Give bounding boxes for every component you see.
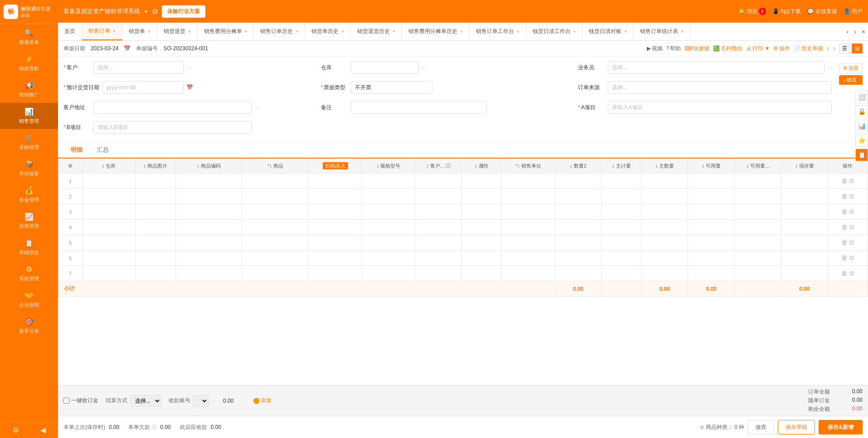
- row-unit-4[interactable]: [502, 235, 555, 250]
- tab-item-11[interactable]: 钱货日清对账×: [582, 23, 634, 40]
- row-attr-6[interactable]: [462, 266, 502, 281]
- edge-btn-1[interactable]: ⬜: [855, 91, 868, 103]
- edge-btn-4[interactable]: ⭐: [855, 134, 868, 147]
- payment-select[interactable]: [130, 395, 161, 407]
- save-draft-btn[interactable]: 保存草稿: [778, 420, 815, 434]
- tab-close-12[interactable]: ×: [681, 29, 684, 34]
- sidebar-item-5[interactable]: 📦库存核算: [0, 155, 58, 182]
- tab-prev-btn[interactable]: ‹: [844, 28, 851, 35]
- profit-btn[interactable]: 💹 毛利预估: [713, 45, 742, 53]
- row-product-4[interactable]: [242, 235, 309, 250]
- row-product-5[interactable]: [242, 250, 309, 266]
- sidebar-item-11[interactable]: 🎯新手引导: [0, 313, 58, 339]
- online-support-btn[interactable]: 💬 在线客服: [807, 8, 837, 15]
- row-code-5[interactable]: [175, 250, 242, 266]
- tab-more-btn[interactable]: ×: [859, 28, 868, 35]
- inner-tab-1[interactable]: 汇总: [90, 142, 116, 158]
- warehouse-more-btn[interactable]: ···: [422, 64, 426, 71]
- row-unit-5[interactable]: [502, 250, 555, 266]
- tab-item-12[interactable]: 销售订单统计表×: [634, 23, 690, 40]
- grid-view-btn[interactable]: ⊞: [852, 43, 863, 53]
- row-qty2-2[interactable]: [555, 204, 601, 220]
- warehouse-input[interactable]: 成品库: [351, 61, 419, 74]
- row-delete-1[interactable]: 🗑: [841, 193, 848, 200]
- customer-more-btn[interactable]: ···: [187, 64, 191, 71]
- add-payment-btn[interactable]: 🟠 添加: [253, 397, 272, 404]
- message-btn[interactable]: 🔔 消息 9: [738, 8, 766, 15]
- row-warehouse-2[interactable]: [82, 204, 136, 220]
- row-code-1[interactable]: [175, 189, 242, 204]
- row-warehouse-5[interactable]: [82, 250, 136, 266]
- row-spec-6[interactable]: [362, 266, 415, 281]
- calendar-icon[interactable]: 📅: [124, 45, 131, 52]
- row-qty2-0[interactable]: [555, 173, 601, 189]
- row-unit-3[interactable]: [502, 220, 555, 235]
- row-main-qty-2[interactable]: [641, 204, 688, 220]
- row-spec-5[interactable]: [362, 250, 415, 266]
- tab-close-10[interactable]: ×: [573, 29, 576, 34]
- sidebar-item-9[interactable]: ⚙系统管理: [0, 260, 58, 287]
- row-customer-5[interactable]: [415, 250, 462, 266]
- row-warehouse-6[interactable]: [82, 266, 136, 281]
- tab-item-5[interactable]: 销售订单历史×: [254, 23, 305, 40]
- row-qty2-1[interactable]: [555, 189, 601, 204]
- row-customer-2[interactable]: [415, 204, 462, 220]
- row-product-3[interactable]: [242, 220, 309, 235]
- operation-btn[interactable]: ⚙ 操作: [773, 45, 790, 53]
- invoice-select[interactable]: 不开票: [351, 81, 432, 94]
- a-project-input[interactable]: [608, 101, 832, 114]
- tab-item-8[interactable]: 销售费用分摊单历史×: [402, 23, 470, 40]
- row-product-2[interactable]: [242, 204, 309, 220]
- row-copy-0[interactable]: ⧉: [849, 177, 854, 185]
- row-code-4[interactable]: [175, 235, 242, 250]
- list-view-btn[interactable]: ☰: [839, 43, 850, 53]
- row-warehouse-0[interactable]: [82, 173, 136, 189]
- row-copy-2[interactable]: ⧉: [849, 208, 854, 216]
- settings-btn[interactable]: ⚙ 设置: [839, 63, 863, 73]
- row-main-qty-4[interactable]: [641, 235, 688, 250]
- sidebar-item-7[interactable]: 📈经营管理: [0, 208, 58, 234]
- header-settings-icon[interactable]: ⚙: [152, 7, 158, 16]
- order-source-input[interactable]: [608, 81, 832, 94]
- customer-input[interactable]: [93, 61, 184, 74]
- row-warehouse-4[interactable]: [82, 235, 136, 250]
- tab-item-10[interactable]: 钱货日清工作台×: [526, 23, 583, 40]
- one-click-checkbox[interactable]: 一键收订金: [63, 397, 98, 404]
- shortcut-btn[interactable]: ⌨ 快捷键: [684, 45, 709, 53]
- next-record-btn[interactable]: ›: [833, 44, 835, 53]
- view-btn[interactable]: ▶ 视频: [647, 45, 663, 53]
- row-qty2-4[interactable]: [555, 235, 601, 250]
- row-qty2-5[interactable]: [555, 250, 601, 266]
- sidebar-item-10[interactable]: 🤝企业协同: [0, 287, 58, 313]
- tab-close-1[interactable]: ×: [113, 29, 116, 34]
- tab-item-6[interactable]: 销货单历史×: [305, 23, 351, 40]
- sidebar-item-8[interactable]: 📋基础信息: [0, 234, 58, 260]
- row-customer-1[interactable]: [415, 189, 462, 204]
- row-qty2-3[interactable]: [555, 220, 601, 235]
- address-input[interactable]: [93, 101, 252, 114]
- row-main-qty-6[interactable]: [641, 266, 688, 281]
- row-copy-6[interactable]: ⧉: [849, 270, 854, 277]
- tab-item-9[interactable]: 销售订单工作台×: [470, 23, 526, 40]
- one-click-input[interactable]: [63, 398, 69, 404]
- row-product-0[interactable]: [242, 173, 309, 189]
- row-spec-3[interactable]: [362, 220, 415, 235]
- discard-btn[interactable]: 放弃: [748, 420, 774, 434]
- tab-item-3[interactable]: 销货退货×: [157, 23, 198, 40]
- row-copy-4[interactable]: ⧉: [849, 239, 854, 246]
- address-more-btn[interactable]: ···: [255, 104, 259, 111]
- delivery-calendar-icon[interactable]: 📅: [186, 84, 193, 91]
- prev-record-btn[interactable]: ‹: [827, 44, 829, 53]
- row-attr-4[interactable]: [462, 235, 502, 250]
- row-delete-6[interactable]: 🗑: [841, 270, 848, 277]
- row-qty2-6[interactable]: [555, 266, 601, 281]
- system-dropdown-icon[interactable]: ▼: [144, 9, 148, 14]
- row-code-0[interactable]: [175, 173, 242, 189]
- row-customer-6[interactable]: [415, 266, 462, 281]
- account-more-btn[interactable]: ···: [211, 398, 216, 404]
- sidebar-item-1[interactable]: ⚡快捷导航: [0, 50, 58, 77]
- row-code-6[interactable]: [175, 266, 242, 281]
- app-download-btn[interactable]: 📱 App下载: [772, 8, 801, 15]
- clerk-more-btn[interactable]: ···: [827, 64, 832, 71]
- row-code-2[interactable]: [175, 204, 242, 220]
